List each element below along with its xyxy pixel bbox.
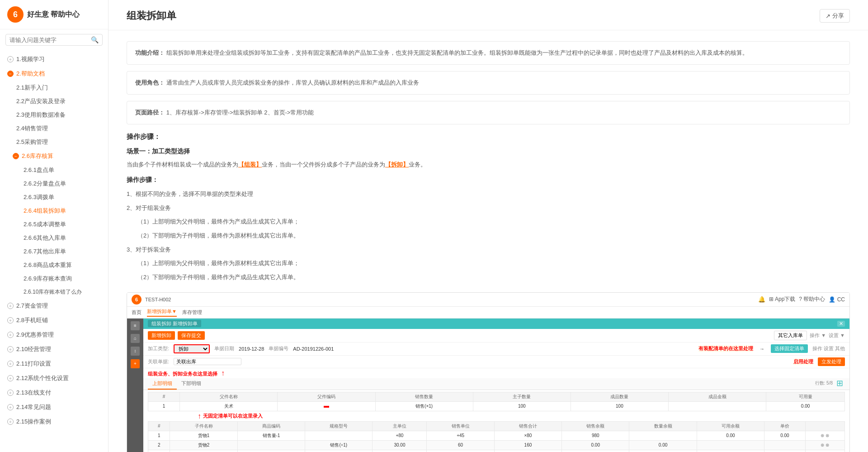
new-button[interactable]: 新增拆卸 [148, 331, 175, 340]
menu-stock[interactable]: 库存管理 [182, 309, 202, 316]
sidebar-item-docs-2-5[interactable]: 2.5采购管理 [0, 135, 108, 149]
cell-b1-code: 销售量-1 [237, 431, 305, 440]
col-b-name: 子件名称 [170, 421, 237, 431]
col-sales-qty: 销售数量 [375, 392, 473, 401]
cell-b2-code [237, 440, 305, 450]
toolbar-icon1: 操作 ▼ [810, 332, 826, 339]
cell-b1-total: ×80 [494, 431, 561, 440]
cancel-button[interactable]: 其它入库单 [774, 331, 807, 340]
annotation-2-row: 组装业务、拆卸业务在这里选择 ↑ [143, 368, 849, 378]
sidebar-item-docs-2-3[interactable]: 2.3使用前数据准备 [0, 108, 108, 122]
search-box[interactable]: 🔍 [5, 34, 103, 46]
sidebar-item-docs-2-4[interactable]: 2.4销售管理 [0, 122, 108, 135]
sidebar-item-2-6-9[interactable]: 2.6.9库存账本查询 [0, 272, 108, 285]
step-1: 1、根据不同的业务，选择不同单据的类型来处理 [127, 189, 850, 200]
sidebar-item-2-11[interactable]: + 2.11打印设置 [0, 357, 108, 371]
cell-b2-op[interactable]: ⊕ ⊗ [805, 440, 844, 450]
sidebar-item-label: 2.7资金管理 [16, 302, 48, 310]
cell-b1-op[interactable]: ⊕ ⊗ [805, 431, 844, 440]
col-b-spec: 规格型号 [305, 421, 373, 431]
sidebar-item-2-6-6[interactable]: 2.6.6其他入库单 [0, 231, 108, 245]
app-menu-bar: 首页 新增拆卸单▼ 库存管理 [127, 307, 849, 319]
form-ref-label: 关联单据: [148, 358, 169, 365]
bottom-table-wrapper: # 子件名称 商品编码 规格型号 主单位 销售单位 销售合计 销 [143, 421, 849, 452]
path-text: 1、库存核算->库存管理->组装拆卸单 2、首页->常用功能 [166, 109, 314, 116]
sidebar-item-2-6-1[interactable]: 2.6.1盘点单 [0, 163, 108, 177]
expand-icon: + [7, 404, 14, 410]
sidebar-item-2-9[interactable]: + 2.9优惠券管理 [0, 328, 108, 342]
sidebar-item-2-6-3[interactable]: 2.6.3调拨单 [0, 190, 108, 204]
sidebar-item-video[interactable]: + 1.视频学习 [0, 52, 108, 67]
sidebar-item-2-7[interactable]: + 2.7资金管理 [0, 299, 108, 313]
search-input[interactable] [9, 37, 91, 43]
sidebar-item-2-14[interactable]: + 2.14常见问题 [0, 400, 108, 414]
top-detail-table: # 父件名称 父件编码 销售数量 主子数量 成品数量 成品金额 [148, 392, 845, 411]
form-type-select[interactable]: 拆卸 组装 [174, 344, 210, 353]
sidebar-item-label: 2.13在线支付 [16, 389, 51, 397]
share-label: 分享 [832, 12, 844, 20]
sidebar-item-2-12[interactable]: + 2.12系统个性化设置 [0, 371, 108, 385]
cell-b2-total: 160 [494, 440, 561, 450]
tab-top-detail[interactable]: 上部明细 [148, 378, 177, 390]
annotation-arrow-4: ↑ [198, 412, 201, 420]
top-table-wrapper: # 父件名称 父件编码 销售数量 主子数量 成品数量 成品金额 [143, 390, 849, 411]
app-toolbar: 新增拆卸 保存提交 其它入库单 操作 ▼ 设置 ▼ [143, 329, 849, 343]
enable-button[interactable]: 立发处理 [818, 357, 845, 366]
sidebar-item-2-6-8[interactable]: 2.6.8商品成本重算 [0, 258, 108, 272]
sidebar-item-docs-2-1[interactable]: 2.1新手入门 [0, 81, 108, 95]
app-name: 好生意 帮助中心 [27, 10, 80, 19]
sidebar-item-2-6-4[interactable]: 2.6.4组装拆卸单 [0, 204, 108, 218]
annotation-3-text: 启用处理 [793, 358, 813, 365]
cell-parent-name: 关术 [180, 401, 278, 411]
config-list-button[interactable]: 选择固定清单 [771, 344, 808, 353]
sidebar-item-label: 2.帮助文档 [16, 70, 45, 78]
sidebar-item-label: 2.14常见问题 [16, 403, 51, 411]
expand-icon: + [7, 332, 14, 338]
cell-sales-qty: 销售(×1) [375, 401, 473, 411]
nav-tree: + 1.视频学习 − 2.帮助文档 2.1新手入门 2.2产品安装及登录 2.3… [0, 50, 108, 431]
col-num: # [148, 392, 180, 401]
col-b-unit: 主单位 [373, 421, 427, 431]
sidebar-item-2-6-10[interactable]: 2.6.10库存账本错了么办 [0, 285, 108, 299]
sidebar-item-2-15[interactable]: + 2.15操作案例 [0, 414, 108, 429]
doc-tab-active: 组装拆卸 新增拆卸单 [148, 320, 201, 327]
expand-icon: + [7, 303, 14, 309]
sidebar-item-2-6-7[interactable]: 2.6.7其他出库单 [0, 245, 108, 258]
parent-code-input[interactable] [324, 406, 329, 408]
sidebar-item-label: 2.9优惠券管理 [16, 331, 54, 339]
cell-b1-name: 货物1 [170, 431, 237, 440]
func-intro-block: 功能介绍： 组装拆卸单用来处理企业组装或拆卸等加工业务，支持有固定装配清单的产品… [127, 41, 850, 65]
sidebar-item-docs-2-2[interactable]: 2.2产品安装及登录 [0, 95, 108, 108]
sidebar-item-label: 2.10经营管理 [16, 345, 51, 353]
sidebar-item-label: 2.6库存核算 [22, 152, 53, 160]
sidebar-item-2-6-5[interactable]: 2.6.5成本调整单 [0, 218, 108, 231]
share-icon: ↗ [826, 13, 830, 19]
tab-bottom-detail[interactable]: 下部明细 [177, 378, 206, 390]
annotation-4-text: 无固定清单可以在这里录入 [203, 413, 263, 419]
sidebar-item-2-10[interactable]: + 2.10经营管理 [0, 342, 108, 357]
close-doc-button[interactable]: ✕ [837, 321, 845, 327]
sidebar-item-label: 2.15操作案例 [16, 418, 51, 426]
expand-icon: + [7, 56, 14, 62]
sidebar-item-2-8[interactable]: + 2.8手机旺铺 [0, 313, 108, 328]
menu-purchase[interactable]: 新增拆卸单▼ [147, 308, 177, 317]
sidebar-item-docs-2-6[interactable]: − 2.6库存核算 [0, 149, 108, 163]
app-icon-help: ? 帮助中心 [799, 295, 825, 303]
col-main-sub-qty: 主子数量 [473, 392, 571, 401]
sidebar-item-2-6-2[interactable]: 2.6.2分量盘点单 [0, 177, 108, 190]
sidebar-item-docs[interactable]: − 2.帮助文档 [0, 67, 108, 81]
col-parent-name: 父件名称 [180, 392, 278, 401]
col-product-qty: 成品数量 [571, 392, 668, 401]
app-topbar: 6 TEST-H002 🔔 ⊞ App下载 ? 帮助中心 👤 CC [127, 293, 849, 307]
search-icon[interactable]: 🔍 [91, 36, 99, 43]
tab-add-row-icon[interactable]: ⊞ [835, 378, 845, 390]
expand-icon: + [7, 317, 14, 324]
share-button[interactable]: ↗ 分享 [820, 9, 850, 23]
cell-parent-code [278, 401, 375, 411]
sidebar-item-2-13[interactable]: + 2.13在线支付 [0, 385, 108, 400]
form-ref-input[interactable] [174, 358, 241, 365]
menu-home[interactable]: 首页 [132, 309, 142, 316]
form-type-label: 加工类型: [148, 345, 169, 352]
col-product-amt: 成品金额 [668, 392, 766, 401]
save-button[interactable]: 保存提交 [178, 331, 205, 340]
